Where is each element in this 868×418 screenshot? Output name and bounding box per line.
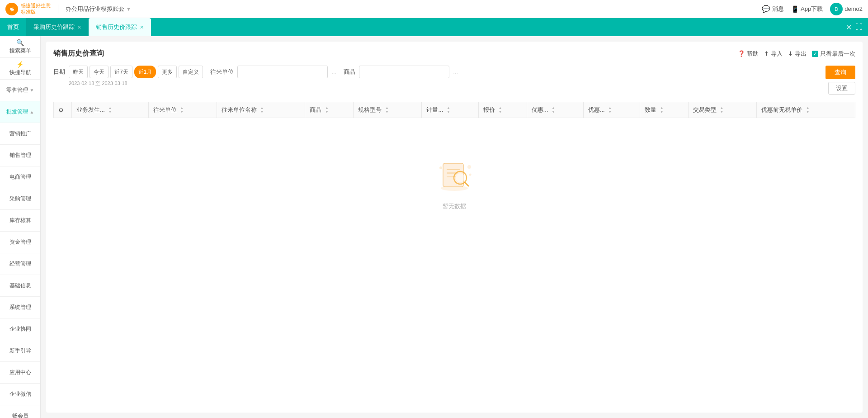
sidebar-item-marketing[interactable]: 营销推广 — [0, 123, 40, 145]
sidebar-item-enterprise-coop[interactable]: 企业协同 — [0, 318, 40, 340]
import-btn[interactable]: ⬆ 导入 — [764, 50, 783, 58]
page-content: 销售历史价查询 ❓ 帮助 ⬆ 导入 ⬇ 导出 — [41, 36, 868, 418]
logo-text: 畅捷通好生意 标准版 — [21, 3, 51, 14]
data-table: ⚙ 业务发生... ▲ ▼ 往来单位 — [53, 102, 855, 118]
tab-purchase-history[interactable]: 采购历史价跟踪 ✕ — [26, 18, 89, 36]
col-pre-discount-price[interactable]: 优惠前无税单价 ▲ ▼ — [757, 102, 855, 118]
help-btn[interactable]: ❓ 帮助 — [738, 50, 759, 58]
svg-text:畅: 畅 — [10, 7, 14, 12]
col-discount1[interactable]: 优惠... ▲ ▼ — [527, 102, 583, 118]
sidebar-item-operations[interactable]: 经营管理 — [0, 253, 40, 275]
product-picker-btn[interactable]: ... — [453, 69, 458, 76]
close-window-btn[interactable]: ✕ — [846, 23, 852, 32]
col-quantity-sort[interactable]: ▲ ▼ — [660, 106, 664, 114]
content-area: 销售历史价查询 ❓ 帮助 ⬆ 导入 ⬇ 导出 — [41, 36, 868, 418]
date-label: 日期 — [53, 66, 65, 78]
product-input[interactable] — [359, 66, 449, 78]
sidebar-item-retail[interactable]: 零售管理 ▼ — [0, 80, 40, 101]
col-product-sort[interactable]: ▲ ▼ — [325, 106, 329, 114]
purchase-tab-close[interactable]: ✕ — [77, 24, 81, 30]
col-quantity[interactable]: 数量 ▲ ▼ — [640, 102, 689, 118]
sales-tab-close[interactable]: ✕ — [140, 24, 144, 30]
col-trade-type[interactable]: 交易类型 ▲ ▼ — [688, 102, 756, 118]
last-only-checkbox[interactable]: ✓ — [812, 51, 818, 57]
svg-point-11 — [467, 165, 471, 169]
maximize-btn[interactable]: ⛶ — [855, 23, 863, 31]
tab-sales-history[interactable]: 销售历史价跟踪 ✕ — [89, 18, 151, 36]
partner-input[interactable] — [237, 66, 328, 78]
col-partner-name[interactable]: 往来单位名称 ▲ ▼ — [217, 102, 305, 118]
sidebar-item-sales-mgmt[interactable]: 销售管理 — [0, 145, 40, 166]
settings-button[interactable]: 设置 — [828, 82, 855, 95]
partner-label: 往来单位 — [210, 66, 234, 78]
page-title: 销售历史价查询 — [53, 49, 104, 58]
message-icon: 💬 — [762, 5, 770, 13]
svg-point-10 — [439, 166, 442, 169]
col-discount2-sort[interactable]: ▲ ▼ — [608, 106, 612, 114]
col-biz-date[interactable]: 业务发生... ▲ ▼ — [72, 102, 149, 118]
app-name[interactable]: 办公用品行业模拟账套 ▼ — [66, 5, 131, 13]
col-trade-type-sort[interactable]: ▲ ▼ — [720, 106, 724, 114]
purchase-tab-label: 采购历史价跟踪 — [33, 23, 75, 31]
col-quote[interactable]: 报价 ▲ ▼ — [478, 102, 527, 118]
sidebar-item-system[interactable]: 系统管理 — [0, 297, 40, 318]
import-icon: ⬆ — [764, 50, 769, 57]
last-only-checkbox-area[interactable]: ✓ 只看最后一次 — [812, 50, 855, 58]
partner-filter-group: 往来单位 ... — [210, 66, 336, 78]
date-btn-more[interactable]: 更多 — [158, 66, 177, 78]
col-product[interactable]: 商品 ▲ ▼ — [305, 102, 354, 118]
message-btn[interactable]: 💬 消息 — [762, 5, 784, 13]
sidebar-item-shortcut[interactable]: ⚡ 快捷导航 — [0, 58, 40, 80]
sidebar-item-basics[interactable]: 基础信息 — [0, 275, 40, 297]
date-btn-7days[interactable]: 近7天 — [110, 66, 132, 78]
date-btn-yesterday[interactable]: 昨天 — [69, 66, 88, 78]
col-partner-code[interactable]: 往来单位 ▲ ▼ — [148, 102, 217, 118]
col-partner-sort[interactable]: ▲ ▼ — [180, 106, 184, 114]
sidebar-item-inventory[interactable]: 库存核算 — [0, 210, 40, 232]
table-settings-icon[interactable]: ⚙ — [58, 107, 64, 114]
col-quote-sort[interactable]: ▲ ▼ — [498, 106, 502, 114]
sidebar-item-app-center[interactable]: 应用中心 — [0, 362, 40, 384]
export-btn[interactable]: ⬇ 导出 — [788, 50, 807, 58]
sidebar-item-wholesale[interactable]: 批发管理 ▲ — [0, 101, 40, 123]
main-layout: 🔍 搜索菜单 ⚡ 快捷导航 零售管理 ▼ 批发管理 ▲ 营销推广 销售管理 电商… — [0, 36, 868, 418]
col-settings[interactable]: ⚙ — [54, 102, 72, 118]
tab-home[interactable]: 首页 — [0, 18, 26, 36]
col-unit-sort[interactable]: ▲ ▼ — [447, 106, 450, 114]
sidebar-item-guide[interactable]: 新手引导 — [0, 340, 40, 362]
sales-tab-label: 销售历史价跟踪 — [96, 23, 137, 31]
table-header: ⚙ 业务发生... ▲ ▼ 往来单位 — [54, 102, 855, 118]
sidebar-item-enterprise-wechat[interactable]: 企业微信 — [0, 384, 40, 405]
col-spec-sort[interactable]: ▲ ▼ — [385, 106, 389, 114]
date-btn-today[interactable]: 今天 — [90, 66, 108, 78]
home-tab-label: 首页 — [7, 23, 19, 31]
partner-picker-btn[interactable]: ... — [331, 69, 336, 76]
logo-area: 畅 畅捷通好生意 标准版 — [5, 3, 51, 15]
partner-input-group: ... — [237, 66, 336, 78]
svg-point-8 — [456, 173, 465, 182]
sidebar-item-finance[interactable]: 资金管理 — [0, 232, 40, 253]
col-partner-name-sort[interactable]: ▲ ▼ — [260, 106, 264, 114]
app-download-btn[interactable]: 📱 App下载 — [791, 5, 823, 13]
sidebar-item-ecommerce[interactable]: 电商管理 — [0, 166, 40, 188]
filter-area: 日期 昨天 今天 近7天 近1月 更多 自定义 2023-02-18 至 202… — [53, 66, 855, 95]
user-menu-btn[interactable]: D demo2 — [830, 3, 863, 15]
col-unit[interactable]: 计量... ▲ ▼ — [422, 102, 478, 118]
col-spec[interactable]: 规格型号 ▲ ▼ — [354, 102, 422, 118]
top-header: 畅 畅捷通好生意 标准版 办公用品行业模拟账套 ▼ 💬 消息 📱 App下载 D — [0, 0, 868, 18]
date-btn-1month[interactable]: 近1月 — [134, 66, 156, 78]
col-discount2[interactable]: 优惠... ▲ ▼ — [583, 102, 640, 118]
logo-icon: 畅 — [5, 3, 18, 15]
sidebar-item-membership[interactable]: 畅会员 — [0, 405, 40, 418]
col-biz-date-sort[interactable]: ▲ ▼ — [108, 106, 112, 114]
dropdown-icon[interactable]: ▼ — [126, 6, 131, 12]
col-discount1-sort[interactable]: ▲ ▼ — [552, 106, 555, 114]
date-btn-custom[interactable]: 自定义 — [179, 66, 203, 78]
sidebar-item-search[interactable]: 🔍 搜索菜单 — [0, 36, 40, 58]
tab-bar: 首页 采购历史价跟踪 ✕ 销售历史价跟踪 ✕ ✕ ⛶ — [0, 18, 868, 36]
col-pre-discount-sort[interactable]: ▲ ▼ — [806, 106, 810, 114]
query-button[interactable]: 查询 — [826, 66, 855, 79]
sidebar-item-purchase[interactable]: 采购管理 — [0, 188, 40, 210]
product-filter-group: 商品 ... — [344, 66, 458, 78]
download-icon: 📱 — [791, 5, 799, 13]
